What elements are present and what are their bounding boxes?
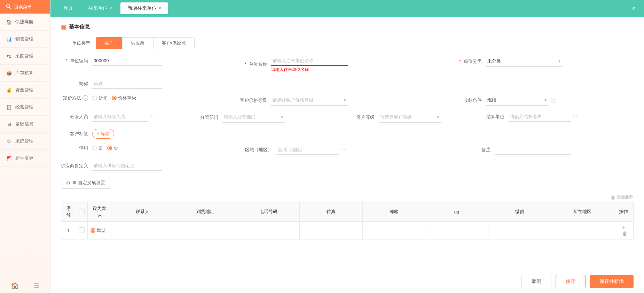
tab-new-partner-close[interactable]: × [159, 6, 161, 11]
remark-input[interactable] [495, 145, 571, 155]
row-contact [111, 222, 174, 239]
form-row-manager: 分管人员 ··· 分管部门 请输入分管部门 ▼ 客户等级 请选择客户等级 ▼ 结… [61, 112, 634, 123]
col-default: 设为默认 [87, 202, 111, 222]
save-button[interactable]: 保存 [556, 275, 586, 288]
search-menu[interactable]: 搜索菜单 [0, 0, 50, 14]
type-btn-customer[interactable]: 客户 [96, 37, 122, 49]
customer-level-chevron-icon: ▼ [437, 115, 440, 119]
type-btn-both[interactable]: 客户/供应离 [153, 37, 195, 49]
unit-code-input[interactable] [92, 56, 162, 66]
row-wechat-input[interactable] [491, 228, 548, 233]
manager-dots-btn[interactable]: ··· [148, 114, 155, 120]
settlement-unit-input[interactable] [509, 112, 571, 122]
radio-yes-circle [92, 146, 97, 150]
region-dots-btn[interactable]: ··· [339, 147, 346, 153]
batch-delete-label[interactable]: 批量删除 [617, 194, 634, 200]
row-add-icon[interactable]: ＋ [621, 225, 626, 230]
col-address: 到货地址 [174, 202, 237, 222]
row-seq: 1 [61, 222, 76, 239]
tab-partners[interactable]: 往来单位 × [81, 2, 119, 14]
save-new-button[interactable]: 保存并新增 [590, 275, 634, 288]
radio-price-level[interactable]: 价格等级 [112, 95, 136, 101]
row-phone [237, 222, 299, 239]
sidebar-item-basic-info[interactable]: ⊞ 基础信息 [0, 116, 50, 133]
unit-category-select[interactable]: 未分类 ▼ [486, 56, 563, 67]
tab-bar: 首页 往来单位 × 新增往来单位 × × [50, 0, 644, 17]
main-content: 首页 往来单位 × 新增往来单位 × × ▣ 基本信息 单位类型 客户 供应离 … [50, 0, 644, 293]
sidebar-item-purchase[interactable]: 🛍 采购管理 [0, 48, 50, 65]
row-email [362, 222, 425, 239]
chart-icon: 📊 [6, 35, 13, 42]
radio-price-level-circle [112, 96, 117, 100]
field-customer-tag: 客户标签 + 标签 [61, 129, 634, 139]
radio-yes[interactable]: 是 [92, 145, 103, 151]
tab-new-partner[interactable]: 新增往来单位 × [120, 2, 168, 14]
add-tag-button[interactable]: + 标签 [92, 129, 114, 139]
field-disabled: 停用 是 否 [61, 145, 231, 151]
sidebar-item-operations[interactable]: 📋 经营管理 [0, 99, 50, 116]
supplier-custom-input[interactable] [92, 161, 162, 171]
field-settlement-unit: 结算单位 ··· [477, 112, 634, 122]
custom-settings-button[interactable]: ⚙ ⚙ 自定义项设置 [61, 177, 110, 189]
form-row-tag: 客户标签 + 标签 [61, 129, 634, 139]
grid-icon: ⊞ [6, 121, 13, 128]
contacts-table: 序号 设为默认 联系人 到货地址 电话号码 传真 邮箱 qq 微信 所在地区 操… [61, 202, 634, 239]
gear-settings-icon: ⚙ [66, 180, 70, 186]
sidebar-item-finance[interactable]: 💰 资金管理 [0, 82, 50, 99]
home-icon: 🏠 [6, 18, 13, 25]
col-checkbox [76, 202, 87, 222]
sidebar-item-system[interactable]: ⚙ 系统管理 [0, 133, 50, 150]
pricing-help-icon[interactable]: ? [83, 95, 88, 101]
unit-name-error: 请输入往来单位名称 [271, 67, 348, 73]
short-name-input[interactable] [92, 79, 162, 89]
row-checkbox[interactable] [79, 227, 85, 233]
field-short-name: 简称 [61, 79, 634, 89]
tab-partners-close[interactable]: × [110, 6, 112, 11]
field-manager: 分管人员 ··· [61, 112, 191, 122]
row-actions: ＋ 🗑 [614, 222, 633, 239]
row-contact-input[interactable] [114, 228, 171, 233]
manager-input[interactable] [92, 112, 148, 122]
radio-no[interactable]: 否 [107, 145, 118, 151]
field-supplier-custom: 供应商自定义 [61, 161, 634, 171]
row-delete-icon[interactable]: 🗑 [622, 231, 627, 236]
payment-terms-help-icon[interactable]: ? [551, 98, 556, 103]
window-close-button[interactable]: × [629, 3, 638, 14]
customer-price-level-select[interactable]: 请选择客户价格等级 ▼ [271, 95, 348, 106]
flag-icon: 🚩 [6, 155, 13, 162]
type-btn-supplier[interactable]: 供应离 [122, 37, 153, 49]
region-input[interactable] [276, 145, 339, 155]
customer-level-select[interactable]: 请选择客户等级 ▼ [379, 112, 441, 123]
sidebar: 搜索菜单 🏠 快捷导航 📊 销售管理 🛍 采购管理 📦 库存核算 💰 资金管理 … [0, 0, 50, 293]
bars-icon[interactable]: ☰ [34, 282, 39, 290]
tab-home[interactable]: 首页 [56, 2, 80, 14]
sidebar-item-sales[interactable]: 📊 销售管理 [0, 31, 50, 48]
disabled-radio-group: 是 否 [92, 145, 118, 151]
section-title-icon: ▣ [61, 24, 66, 30]
search-icon [6, 3, 11, 10]
row-default-radio[interactable]: 默认 [91, 227, 108, 234]
department-select[interactable]: 请输入分管部门 ▼ [222, 112, 285, 123]
radio-discount[interactable]: 折扣 [92, 95, 108, 101]
row-email-input[interactable] [366, 228, 422, 233]
col-phone: 电话号码 [237, 202, 299, 222]
sidebar-item-guide[interactable]: 🚩 新手引导 [0, 150, 50, 167]
col-fax: 传真 [300, 202, 362, 222]
field-payment-terms: 收款条件 现结 ▼ ? [455, 95, 634, 106]
unit-name-input[interactable] [271, 56, 348, 66]
row-checkbox-cell[interactable] [76, 222, 87, 239]
radio-no-circle [107, 146, 112, 150]
row-qq-input[interactable] [428, 228, 485, 233]
home2-icon[interactable]: 🏠 [11, 282, 19, 290]
payment-terms-select[interactable]: 现结 ▼ [486, 95, 549, 106]
cancel-button[interactable]: 取消 [521, 275, 551, 288]
unit-type-label: 单位类型 [61, 40, 96, 46]
settlement-unit-dots-btn[interactable]: ··· [571, 114, 579, 120]
row-phone-input[interactable] [240, 228, 297, 233]
row-area-input[interactable] [554, 228, 611, 233]
sidebar-item-quick-nav[interactable]: 🏠 快捷导航 [0, 14, 50, 31]
row-address-input[interactable] [177, 228, 234, 233]
col-qq: qq [425, 202, 488, 222]
row-fax-input[interactable] [303, 228, 359, 233]
sidebar-item-inventory[interactable]: 📦 库存核算 [0, 65, 50, 82]
